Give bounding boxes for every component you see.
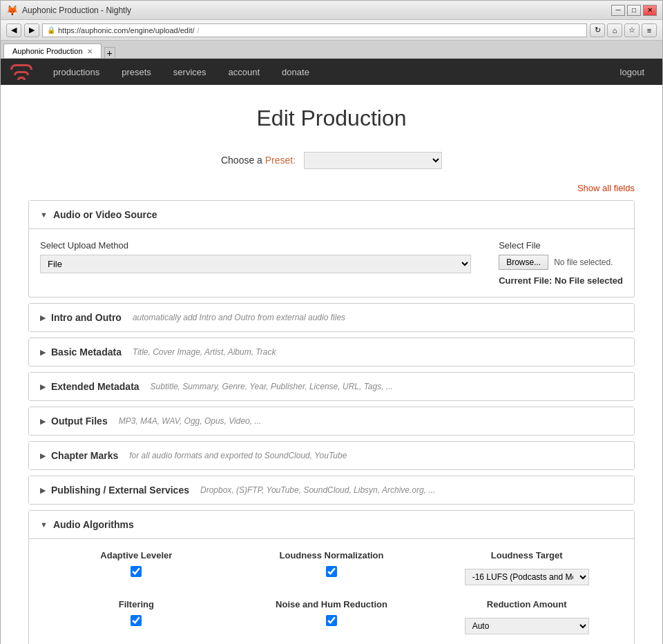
intro-outro-section: ▶ Intro and Outro automatically add Intr… bbox=[28, 303, 635, 332]
basic-metadata-section: ▶ Basic Metadata Title, Cover Image, Art… bbox=[28, 338, 635, 367]
lock-icon: 🔒 bbox=[47, 26, 55, 34]
menu-button[interactable]: ≡ bbox=[642, 23, 657, 37]
basic-metadata-subtitle: Title, Cover Image, Artist, Album, Track bbox=[133, 347, 276, 357]
publishing-subtitle: Dropbox, (S)FTP, YouTube, SoundCloud, Li… bbox=[200, 485, 435, 495]
bookmark-button[interactable]: ☆ bbox=[624, 23, 640, 37]
publishing-title: Publishing / External Services bbox=[51, 485, 189, 496]
extended-metadata-title: Extended Metadata bbox=[51, 381, 140, 392]
audio-algorithms-title: Audio Algorithms bbox=[53, 519, 134, 530]
preset-row: Choose a Preset: bbox=[28, 152, 635, 169]
show-all-link[interactable]: Show all fields bbox=[577, 183, 635, 193]
loudness-normalization-item: Loudness Normalization bbox=[241, 550, 423, 585]
upload-row: Select Upload Method File Select File Br… bbox=[40, 240, 623, 286]
nav-account[interactable]: account bbox=[218, 60, 271, 84]
no-file-text: No file selected. bbox=[554, 257, 613, 267]
loudness-target-select[interactable]: -16 LUFS (Podcasts and Mob bbox=[465, 569, 589, 585]
loudness-target-label: Loudness Target bbox=[491, 550, 563, 560]
new-tab-button[interactable]: + bbox=[104, 47, 115, 58]
filtering-label: Filtering bbox=[119, 599, 154, 609]
minimize-button[interactable]: ─ bbox=[611, 5, 625, 16]
home-button[interactable]: ⌂ bbox=[607, 23, 622, 37]
basic-metadata-title: Basic Metadata bbox=[51, 347, 122, 358]
preset-label: Choose a Preset: bbox=[221, 155, 296, 166]
file-upload: Select File Browse... No file selected. … bbox=[499, 240, 623, 286]
output-files-toggle: ▶ bbox=[40, 417, 46, 426]
logout-link[interactable]: logout bbox=[609, 60, 655, 84]
active-tab[interactable]: Auphonic Production ✕ bbox=[3, 43, 102, 58]
nav-donate[interactable]: donate bbox=[271, 60, 320, 84]
audio-algorithms-toggle: ▼ bbox=[40, 520, 48, 529]
intro-outro-header[interactable]: ▶ Intro and Outro automatically add Intr… bbox=[29, 304, 634, 331]
forward-button[interactable]: ▶ bbox=[24, 23, 39, 37]
algo-grid: Adaptive Leveler Loudness Normalization … bbox=[46, 550, 617, 634]
reduction-amount-select[interactable]: Auto bbox=[465, 618, 589, 634]
audio-source-title: Audio or Video Source bbox=[53, 209, 157, 220]
noise-hum-reduction-item: Noise and Hum Reduction bbox=[241, 599, 423, 634]
chapter-marks-title: Chapter Marks bbox=[51, 450, 118, 461]
upload-method: Select Upload Method File bbox=[40, 240, 471, 273]
publishing-header[interactable]: ▶ Publishing / External Services Dropbox… bbox=[29, 476, 634, 504]
browser-nav-bar: ◀ ▶ 🔒 https://auphonic.com/engine/upload… bbox=[1, 20, 662, 41]
noise-hum-reduction-label: Noise and Hum Reduction bbox=[276, 599, 387, 609]
tab-bar: Auphonic Production ✕ + bbox=[1, 41, 662, 59]
file-upload-row: Browse... No file selected. bbox=[499, 255, 623, 270]
preset-select[interactable] bbox=[304, 152, 442, 169]
url-text: https://auphonic.com/engine/upload/edit/ bbox=[58, 26, 195, 35]
chapter-marks-toggle: ▶ bbox=[40, 451, 46, 460]
page-content: Edit Production Choose a Preset: Show al… bbox=[1, 85, 662, 644]
output-files-subtitle: MP3, M4A, WAV, Ogg, Opus, Video, ... bbox=[119, 416, 262, 426]
upload-method-select[interactable]: File bbox=[40, 255, 471, 273]
chapter-marks-subtitle: for all audio formats and exported to So… bbox=[129, 451, 347, 460]
basic-metadata-header[interactable]: ▶ Basic Metadata Title, Cover Image, Art… bbox=[29, 338, 634, 366]
show-all-link-container: Show all fields bbox=[28, 183, 635, 193]
intro-outro-title: Intro and Outro bbox=[51, 312, 122, 323]
adaptive-leveler-label: Adaptive Leveler bbox=[100, 550, 172, 560]
window-title: Auphonic Production - Nightly bbox=[22, 6, 131, 15]
filtering-checkbox[interactable] bbox=[131, 615, 142, 626]
main-nav: productions presets services account don… bbox=[1, 59, 662, 85]
window-controls[interactable]: ─ □ ✕ bbox=[611, 5, 657, 16]
close-button[interactable]: ✕ bbox=[643, 5, 657, 16]
audio-algorithms-section: ▼ Audio Algorithms Adaptive Leveler Loud… bbox=[28, 510, 635, 644]
audio-algorithms-header[interactable]: ▼ Audio Algorithms bbox=[29, 511, 634, 539]
reduction-amount-label: Reduction Amount bbox=[487, 599, 567, 609]
extended-metadata-section: ▶ Extended Metadata Subtitle, Summary, G… bbox=[28, 372, 635, 401]
filtering-item: Filtering bbox=[46, 599, 227, 634]
adaptive-leveler-item: Adaptive Leveler bbox=[46, 550, 227, 585]
loudness-normalization-label: Loudness Normalization bbox=[280, 550, 384, 560]
extended-metadata-subtitle: Subtitle, Summary, Genre, Year, Publishe… bbox=[151, 382, 393, 391]
audio-source-body: Select Upload Method File Select File Br… bbox=[29, 229, 634, 297]
tab-close-button[interactable]: ✕ bbox=[87, 48, 93, 55]
output-files-section: ▶ Output Files MP3, M4A, WAV, Ogg, Opus,… bbox=[28, 407, 635, 436]
chapter-marks-header[interactable]: ▶ Chapter Marks for all audio formats an… bbox=[29, 442, 634, 469]
intro-outro-toggle: ▶ bbox=[40, 313, 46, 322]
publishing-section: ▶ Publishing / External Services Dropbox… bbox=[28, 476, 635, 505]
adaptive-leveler-checkbox[interactable] bbox=[131, 566, 142, 577]
current-file: Current File: No File selected bbox=[499, 275, 623, 286]
logo bbox=[8, 61, 35, 82]
audio-source-section: ▼ Audio or Video Source Select Upload Me… bbox=[28, 200, 635, 297]
audio-source-toggle: ▼ bbox=[40, 211, 48, 219]
page-title: Edit Production bbox=[28, 99, 635, 131]
preset-label-colored: Preset: bbox=[265, 155, 296, 166]
audio-algorithms-body: Adaptive Leveler Loudness Normalization … bbox=[29, 539, 634, 644]
app-content: productions presets services account don… bbox=[1, 59, 662, 644]
reload-button[interactable]: ↻ bbox=[590, 23, 605, 37]
browse-button[interactable]: Browse... bbox=[499, 255, 548, 270]
nav-services[interactable]: services bbox=[162, 60, 218, 84]
maximize-button[interactable]: □ bbox=[627, 5, 641, 16]
audio-source-header[interactable]: ▼ Audio or Video Source bbox=[29, 201, 634, 229]
back-button[interactable]: ◀ bbox=[6, 23, 21, 37]
url-slash: / bbox=[198, 26, 200, 35]
upload-method-label: Select Upload Method bbox=[40, 240, 471, 251]
intro-outro-subtitle: automatically add Intro and Outro from e… bbox=[133, 313, 345, 322]
address-bar[interactable]: 🔒 https://auphonic.com/engine/upload/edi… bbox=[42, 23, 587, 37]
nav-presets[interactable]: presets bbox=[110, 60, 162, 84]
output-files-header[interactable]: ▶ Output Files MP3, M4A, WAV, Ogg, Opus,… bbox=[29, 407, 634, 435]
loudness-normalization-checkbox[interactable] bbox=[326, 566, 337, 577]
noise-hum-reduction-checkbox[interactable] bbox=[326, 615, 337, 626]
nav-productions[interactable]: productions bbox=[42, 60, 110, 84]
extended-metadata-header[interactable]: ▶ Extended Metadata Subtitle, Summary, G… bbox=[29, 373, 634, 400]
basic-metadata-toggle: ▶ bbox=[40, 348, 46, 357]
nav-links: productions presets services account don… bbox=[42, 60, 609, 84]
